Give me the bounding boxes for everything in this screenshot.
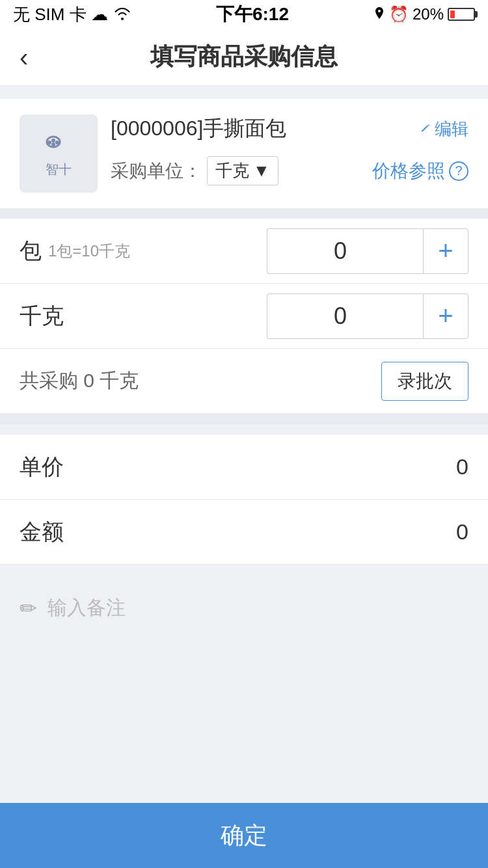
total-purchase-text: 共采购 0 千克 xyxy=(20,368,139,394)
kg-input-right: + xyxy=(267,293,468,339)
pencil-icon: ✏ xyxy=(20,596,37,621)
kg-quantity-input[interactable] xyxy=(267,293,423,339)
total-amount-value: 0 xyxy=(456,519,468,545)
sim-label: 无 SIM 卡 ☁ xyxy=(13,3,108,26)
svg-point-4 xyxy=(55,141,59,144)
svg-point-1 xyxy=(51,139,55,142)
product-unit-row: 采购单位： 千克 ▼ 价格参照 ? xyxy=(111,156,468,185)
total-amount-label: 金额 xyxy=(20,517,64,547)
unit-select[interactable]: 千克 ▼ xyxy=(207,156,278,185)
battery-icon xyxy=(448,8,475,21)
remark-placeholder: 输入备注 xyxy=(47,595,126,621)
section-divider-2 xyxy=(0,414,488,424)
unit-price-row: 单价 0 xyxy=(0,435,488,500)
bao-plus-button[interactable]: + xyxy=(423,228,468,274)
status-bar: 无 SIM 卡 ☁ 下午6:12 ⏰ 20% xyxy=(0,0,488,29)
product-thumbnail: 智十 xyxy=(20,115,98,193)
page-title: 填写商品采购信息 xyxy=(150,41,338,73)
unit-label: 采购单位： xyxy=(111,159,202,183)
confirm-bar[interactable]: 确定 xyxy=(0,803,488,868)
bao-label: 包 xyxy=(20,236,42,266)
kg-label: 千克 xyxy=(20,301,64,331)
product-card: 智十 [0000006]手撕面包 编辑 采购单位： 千克 ▼ 价格参照 xyxy=(0,99,488,208)
input-section: 包 1包=10千克 + 千克 + xyxy=(0,219,488,349)
location-icon xyxy=(373,5,385,23)
price-ref-button[interactable]: 价格参照 ? xyxy=(372,159,468,183)
product-name-row: [0000006]手撕面包 编辑 xyxy=(111,115,468,143)
unit-price-label: 单价 xyxy=(20,452,64,482)
bao-input-right: + xyxy=(267,228,468,274)
edit-button[interactable]: 编辑 xyxy=(419,118,468,141)
bao-quantity-input[interactable] xyxy=(267,228,423,274)
summary-section: 共采购 0 千克 录批次 xyxy=(0,349,488,414)
wifi-icon xyxy=(113,5,131,25)
kg-input-row: 千克 + xyxy=(0,284,488,349)
alarm-icon: ⏰ xyxy=(389,5,409,23)
battery-percent: 20% xyxy=(413,5,444,23)
status-left: 无 SIM 卡 ☁ xyxy=(13,3,131,26)
status-time: 下午6:12 xyxy=(216,2,289,27)
price-section: 单价 0 金额 0 xyxy=(0,435,488,565)
bao-input-row: 包 1包=10千克 + xyxy=(0,219,488,284)
svg-point-3 xyxy=(47,141,51,144)
product-full-name: [0000006]手撕面包 xyxy=(111,115,286,143)
confirm-button[interactable]: 确定 xyxy=(221,820,267,852)
kg-plus-button[interactable]: + xyxy=(423,293,468,339)
remark-section[interactable]: ✏ 输入备注 xyxy=(0,575,488,641)
total-amount-row: 金额 0 xyxy=(0,500,488,565)
svg-point-2 xyxy=(51,142,55,146)
price-ref-help-icon: ? xyxy=(449,161,468,181)
status-right: ⏰ 20% xyxy=(373,5,475,23)
product-thumb-label: 智十 xyxy=(46,161,72,178)
product-info: [0000006]手撕面包 编辑 采购单位： 千克 ▼ 价格参照 ? xyxy=(111,115,468,185)
bao-sublabel: 1包=10千克 xyxy=(48,241,130,262)
section-divider-1 xyxy=(0,208,488,219)
unit-price-value: 0 xyxy=(456,454,468,480)
dropdown-icon: ▼ xyxy=(253,161,270,181)
nav-bar: ‹ 填写商品采购信息 xyxy=(0,29,488,86)
back-button[interactable]: ‹ xyxy=(20,44,28,70)
batch-record-button[interactable]: 录批次 xyxy=(381,362,468,401)
